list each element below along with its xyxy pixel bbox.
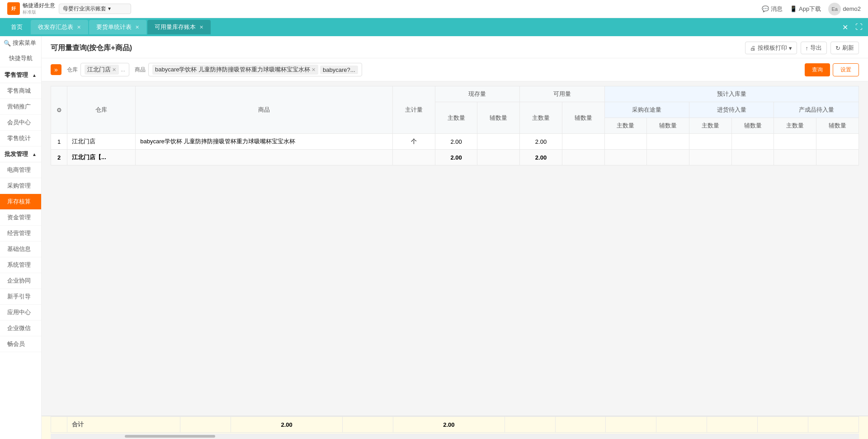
warehouse-tag-remove[interactable]: ✕ — [112, 67, 116, 73]
row2-goods-main — [689, 150, 732, 165]
tab-home[interactable]: 首页 — [4, 20, 30, 34]
goods-aux-header: 辅数量 — [731, 118, 774, 134]
tenant-name: 母婴行业演示账套 — [63, 5, 106, 13]
sidebar-search-btn[interactable]: 🔍 搜索菜单 — [0, 36, 41, 50]
tab-available-stock[interactable]: 可用量库存账本 ✕ — [147, 20, 211, 34]
message-btn[interactable]: 💬 消息 — [762, 5, 783, 13]
warehouse-tag: 江北门店 ✕ — [85, 65, 119, 75]
settings-col-header[interactable]: ⚙ — [51, 86, 67, 134]
row2-available-aux — [562, 150, 604, 165]
export-btn[interactable]: ↑ 导出 — [801, 42, 827, 54]
warehouse-input[interactable]: 江北门店 ✕ ... — [80, 63, 129, 76]
tab-close-2[interactable]: ✕ — [135, 24, 139, 30]
row2-available-main: 2.00 — [520, 150, 562, 165]
sidebar-item-member2[interactable]: 畅会员 — [0, 336, 41, 352]
current-aux-qty-header: 辅数量 — [477, 102, 520, 134]
sidebar-item-retail-stat-label: 零售统计 — [7, 135, 31, 142]
user-avatar: Ea — [828, 3, 841, 15]
tab-inventory-summary[interactable]: 收发存汇总表 ✕ — [31, 20, 88, 34]
summary-available-main: 2.00 — [393, 417, 505, 433]
user-area[interactable]: Ea demo2 — [828, 3, 861, 15]
filter-actions: 查询 设置 — [805, 63, 859, 76]
page-actions: 🖨 按模板打印 ▾ ↑ 导出 ↻ 刷新 — [745, 42, 859, 54]
available-col-header: 可用量 — [520, 86, 604, 102]
sidebar-item-ecommerce[interactable]: 电商管理 — [0, 162, 41, 178]
setting-btn[interactable]: 设置 — [833, 63, 859, 76]
scrollbar-thumb[interactable] — [125, 435, 215, 438]
tab-close-1[interactable]: ✕ — [77, 24, 81, 30]
warehouse-col-header: 仓库 — [67, 86, 136, 134]
filter-expand-btn[interactable]: » — [51, 64, 61, 75]
summary-current-aux — [343, 417, 393, 433]
summary-pur-aux — [606, 417, 656, 433]
pur-aux-header: 辅数量 — [647, 118, 689, 134]
close-all-tabs-btn[interactable]: ✕ — [840, 23, 850, 32]
goods-label: 商品 — [135, 66, 146, 74]
sidebar-item-purchase[interactable]: 采购管理 — [0, 178, 41, 194]
print-icon: 🖨 — [750, 45, 756, 52]
sidebar-item-operations[interactable]: 经营管理 — [0, 226, 41, 241]
row1-pur-main — [604, 134, 647, 150]
goods-main-header: 主数量 — [689, 118, 732, 134]
sidebar-item-basic[interactable]: 基础信息 — [0, 241, 41, 257]
sidebar-item-system-label: 系统管理 — [7, 261, 31, 268]
sidebar-item-guide[interactable]: 新手引导 — [0, 289, 41, 305]
refresh-icon: ↻ — [835, 45, 840, 52]
sidebar-section-wholesale[interactable]: 批发管理 ▲ — [0, 146, 41, 162]
query-btn[interactable]: 查询 — [805, 63, 830, 76]
sidebar-item-finance-label: 资金管理 — [7, 214, 31, 221]
sidebar-item-retail-mall[interactable]: 零售商城 — [0, 83, 41, 99]
sidebar-item-appstore[interactable]: 应用中心 — [0, 305, 41, 321]
table-wrapper: ⚙ 仓库 商品 主计量 现存量 — [42, 81, 868, 415]
row2-prod-main — [774, 150, 816, 165]
tenant-dropdown-icon: ▾ — [108, 5, 111, 12]
print-btn[interactable]: 🖨 按模板打印 ▾ — [745, 42, 797, 54]
sidebar-section-retail[interactable]: 零售管理 ▲ — [0, 67, 41, 83]
goods-tag-1: babycare学饮杯 儿童防摔防撞吸管杯重力球吸嘴杯宝宝水杯 ✕ — [152, 65, 318, 75]
sidebar-item-system[interactable]: 系统管理 — [0, 257, 41, 273]
message-icon: 💬 — [762, 5, 769, 12]
summary-goods-main — [656, 417, 707, 433]
sidebar-item-member2-label: 畅会员 — [7, 340, 25, 347]
logo-text-area: 畅捷通好生意 标准版 — [23, 2, 55, 15]
quick-nav-label: 快捷导航 — [9, 55, 33, 61]
main-layout: 🔍 搜索菜单 快捷导航 零售管理 ▲ 零售商城 营销推广 会员中心 零售统计 批… — [0, 36, 868, 439]
sidebar-item-finance[interactable]: 资金管理 — [0, 210, 41, 226]
summary-unit — [180, 417, 231, 433]
tab-home-label: 首页 — [11, 23, 23, 31]
tab-close-3[interactable]: ✕ — [199, 24, 203, 30]
summary-goods-aux — [707, 417, 758, 433]
tab-order-stat[interactable]: 要货单统计表 ✕ — [89, 20, 146, 34]
goods-input[interactable]: babycare学饮杯 儿童防摔防撞吸管杯重力球吸嘴杯宝宝水杯 ✕ babyca… — [148, 63, 362, 76]
summary-empty-1 — [51, 417, 67, 433]
sidebar-item-wechat[interactable]: 企业微信 — [0, 321, 41, 336]
app-download-label: App下载 — [799, 5, 821, 13]
sidebar-item-collab[interactable]: 企业协同 — [0, 273, 41, 289]
sidebar-item-retail-stat[interactable]: 零售统计 — [0, 131, 41, 146]
sidebar-item-retail-mall-label: 零售商城 — [7, 87, 31, 94]
retail-expand-icon: ▲ — [32, 73, 37, 78]
sidebar-item-member[interactable]: 会员中心 — [0, 115, 41, 131]
app-download-btn[interactable]: 📱 App下载 — [790, 5, 821, 13]
sidebar-quick-nav[interactable]: 快捷导航 — [0, 50, 41, 67]
logo-area: 好 畅捷通好生意 标准版 — [7, 2, 55, 15]
expand-tabs-btn[interactable]: ⛶ — [854, 23, 864, 31]
settings-icon: ⚙ — [57, 107, 62, 113]
row2-current-main: 2.00 — [435, 150, 477, 165]
sidebar-item-marketing[interactable]: 营销推广 — [0, 99, 41, 115]
search-icon: 🔍 — [4, 40, 11, 47]
refresh-btn[interactable]: ↻ 刷新 — [830, 42, 859, 54]
goods-tag-1-remove[interactable]: ✕ — [311, 67, 316, 73]
top-bar-right: 💬 消息 📱 App下载 Ea demo2 — [762, 3, 861, 15]
purchase-transit-header: 采购在途量 — [604, 102, 689, 118]
row2-pur-main — [604, 150, 647, 165]
warehouse-more[interactable]: ... — [121, 66, 125, 73]
page-title: 可用量查询(按仓库+商品) — [51, 43, 132, 53]
horizontal-scrollbar[interactable] — [51, 434, 859, 439]
sidebar-item-stock-label: 库存核算 — [7, 198, 31, 205]
row1-current-aux — [477, 134, 520, 150]
row1-goods: babycare学饮杯 儿童防摔防撞吸管杯重力球吸嘴杯宝宝水杯 — [136, 134, 393, 150]
tenant-select[interactable]: 母婴行业演示账套 ▾ — [59, 4, 131, 14]
sidebar-item-stock[interactable]: 库存核算 — [0, 194, 41, 210]
sidebar-section-wholesale-label: 批发管理 — [5, 150, 28, 158]
